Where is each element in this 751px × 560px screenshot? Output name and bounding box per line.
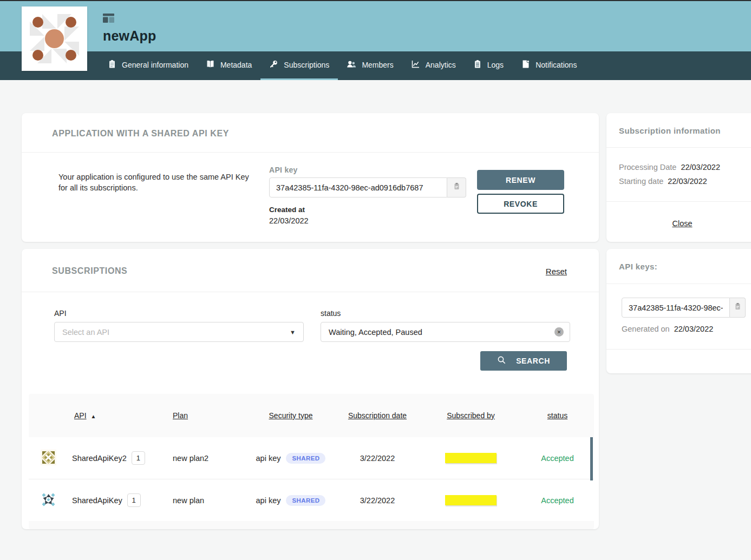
subscribed-by-redaction [445,453,497,463]
tab-members[interactable]: Members [338,51,402,80]
api-icon [29,492,62,509]
tab-analytics[interactable]: Analytics [402,51,465,80]
status-filter-input[interactable]: Waiting, Accepted, Paused ✕ [321,322,570,342]
api-key-input[interactable] [269,177,447,197]
status-filter-value: Waiting, Accepted, Paused [329,328,422,337]
application-type-icon [103,15,114,24]
chart-icon [411,60,420,70]
book-icon [206,60,215,70]
tab-general-information[interactable]: General information [99,51,197,80]
created-at-label: Created at [269,206,466,214]
table-header-row: API▲ Plan Security type Subscription dat… [29,394,594,437]
shared-badge: SHARED [286,453,325,464]
divider [606,349,751,350]
status-badge: Accepted [521,454,594,463]
api-name: SharedApiKey [72,496,122,505]
generated-on-value: 22/03/2022 [674,325,714,333]
table-row[interactable]: SharedApiKey2 1 new plan2 api key SHARED… [29,437,594,479]
api-select-placeholder: Select an API [62,328,109,337]
divider [22,152,599,153]
divider [606,147,751,148]
tab-notifications[interactable]: Notifications [512,51,585,80]
api-icon [29,450,62,467]
plan-name: new plan [161,496,247,505]
tab-label: Subscriptions [284,61,329,69]
card-title: APPLICATION WITH A SHARED API KEY [52,129,229,139]
subscription-date: 3/22/2022 [334,496,421,505]
api-select[interactable]: Select an API ▼ [54,322,304,342]
security-type: api key [256,496,281,505]
clipboard-icon [108,60,116,70]
api-name: SharedApiKey2 [72,454,127,463]
sidebar-api-key-input[interactable] [622,298,730,318]
subscription-count-badge: 1 [132,451,145,465]
table-row[interactable]: SharedApiKey 1 new plan api key SHARED 3… [29,479,594,521]
card-title: API keys: [619,262,657,271]
tab-label: Notifications [536,61,577,69]
card-title: SUBSCRIPTIONS [52,266,127,276]
subscription-information-card: Subscription information Processing Date… [606,113,751,242]
shared-badge: SHARED [286,495,325,506]
copy-api-key-button[interactable] [447,177,466,197]
sort-asc-icon: ▲ [91,413,96,419]
subscriptions-card: SUBSCRIPTIONS Reset API Select an API ▼ … [22,249,599,529]
copy-api-key-button[interactable] [730,298,746,318]
revoke-button[interactable]: REVOKE [477,194,564,214]
tab-label: Analytics [426,61,456,69]
starting-date-label: Starting date [619,177,663,186]
plan-name: new plan2 [161,454,247,463]
page-title: newApp [103,28,156,44]
column-header-api[interactable]: API▲ [62,411,161,420]
tab-subscriptions[interactable]: Subscriptions [260,51,338,80]
shared-key-description: Your application is configured to use th… [58,172,260,193]
column-header-plan[interactable]: Plan [161,411,247,420]
tab-label: General information [122,61,188,69]
reset-link[interactable]: Reset [546,267,567,276]
subscriptions-table: API▲ Plan Security type Subscription dat… [29,394,594,529]
security-type: api key [256,454,281,463]
search-icon [497,355,506,366]
api-filter-label: API [54,309,304,318]
app-navbar: General information Metadata Subscriptio… [0,51,751,80]
status-filter-label: status [321,309,570,318]
subscribed-by-redaction [445,495,497,505]
chevron-down-icon: ▼ [290,329,296,335]
tab-label: Metadata [220,61,252,69]
people-icon [347,60,356,70]
renew-button[interactable]: RENEW [477,170,564,190]
status-badge: Accepted [521,496,594,505]
column-header-security-type[interactable]: Security type [247,411,334,420]
table-scrollbar[interactable] [590,437,593,480]
divider [606,284,751,284]
subscription-date: 3/22/2022 [334,454,421,463]
application-logo [22,6,87,71]
divider [22,292,599,292]
search-button-label: SEARCH [516,357,550,365]
divider [606,201,751,202]
logs-icon [473,60,482,70]
api-key-label: API key [269,166,466,174]
close-link[interactable]: Close [606,219,751,228]
copy-icon [452,182,461,193]
tab-metadata[interactable]: Metadata [197,51,260,80]
clear-icon[interactable]: ✕ [554,327,564,337]
card-title: Subscription information [619,126,721,135]
column-header-subscribed-by[interactable]: Subscribed by [421,411,521,420]
shared-api-key-card: APPLICATION WITH A SHARED API KEY Your a… [22,113,599,242]
subscription-count-badge: 1 [127,493,141,507]
app-header: newApp [103,14,156,44]
page-icon [521,60,530,70]
processing-date-label: Processing Date [619,163,676,172]
processing-date-value: 22/03/2022 [681,163,720,172]
column-header-subscription-date[interactable]: Subscription date [334,411,421,420]
api-keys-card: API keys: Generated on 22/03/2022 [606,249,751,373]
search-button[interactable]: SEARCH [480,351,567,371]
tab-logs[interactable]: Logs [465,51,512,80]
created-at-value: 22/03/2022 [269,216,466,225]
key-icon [269,60,278,70]
tab-label: Logs [487,61,504,69]
column-header-status[interactable]: status [521,411,594,420]
starting-date-value: 22/03/2022 [668,177,707,186]
generated-on-label: Generated on [622,325,670,333]
copy-icon [733,302,742,313]
